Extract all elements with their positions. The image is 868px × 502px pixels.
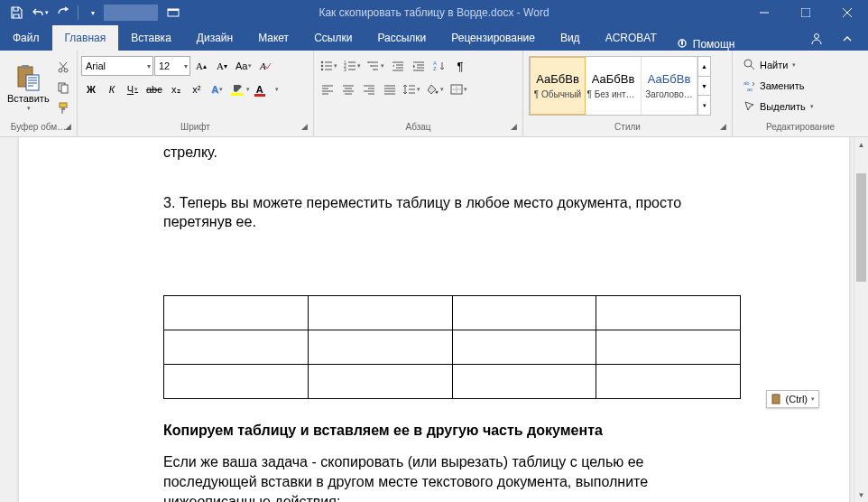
svg-point-31 xyxy=(436,91,439,94)
font-color-button[interactable]: A▾ xyxy=(254,79,282,99)
document-page[interactable]: стрелку. 3. Теперь вы можете переместить… xyxy=(19,137,849,502)
subscript-button[interactable]: x₂ xyxy=(166,79,186,99)
tab-file[interactable]: Файл xyxy=(0,25,52,51)
strikethrough-button[interactable]: abc xyxy=(143,79,165,99)
title-bar: ▾ ▾ Как скопировать таблицу в Ворде.docx… xyxy=(0,0,868,25)
tab-acrobat[interactable]: ACROBAT xyxy=(593,25,669,51)
borders-button[interactable]: ▾ xyxy=(448,79,470,99)
ribbon-display-options[interactable] xyxy=(162,0,185,25)
styles-scroll-down[interactable]: ▼ xyxy=(698,77,710,97)
select-button[interactable]: Выделить▾ xyxy=(740,97,817,116)
paste-options-button[interactable]: (Ctrl) ▾ xyxy=(766,390,819,408)
tell-me[interactable]: Помощн xyxy=(669,38,743,51)
underline-button[interactable]: Ч▾ xyxy=(123,79,143,99)
tell-me-label: Помощн xyxy=(693,38,735,51)
style-normal[interactable]: АаБбВв¶ Обычный xyxy=(530,57,586,115)
decrease-indent-button[interactable] xyxy=(388,56,408,76)
styles-dialog-launcher[interactable]: ◢ xyxy=(720,122,726,131)
group-editing-label: Редактирование xyxy=(766,122,835,132)
tab-layout[interactable]: Макет xyxy=(245,25,301,51)
paste-label: Вставить xyxy=(7,93,50,104)
clipboard-dialog-launcher[interactable]: ◢ xyxy=(65,122,71,131)
justify-button[interactable] xyxy=(380,79,400,99)
line-spacing-button[interactable]: ▾ xyxy=(401,79,423,99)
font-dialog-launcher[interactable]: ◢ xyxy=(301,122,308,131)
sort-button[interactable]: AZ xyxy=(429,56,449,76)
style-no-spacing[interactable]: АаБбВв¶ Без инте… xyxy=(586,57,642,115)
undo-button[interactable]: ▾ xyxy=(29,2,51,23)
quick-access-toolbar: ▾ ▾ xyxy=(0,2,104,23)
show-marks-button[interactable]: ¶ xyxy=(450,56,470,76)
superscript-button[interactable]: x² xyxy=(187,79,207,99)
ribbon: Вставить ▾ Буфер обм…◢ Arial▾ 12▾ A▴ A▾ … xyxy=(0,51,868,137)
user-panel[interactable] xyxy=(104,5,158,21)
svg-rect-10 xyxy=(22,65,29,69)
shading-button[interactable]: ▾ xyxy=(424,79,447,99)
svg-text:ab: ab xyxy=(743,80,750,86)
replace-button[interactable]: abacЗаменить xyxy=(740,76,817,96)
svg-rect-7 xyxy=(681,41,683,45)
tab-mailings[interactable]: Рассылки xyxy=(365,25,439,51)
scroll-down-button[interactable]: ▼ xyxy=(854,488,868,502)
styles-expand[interactable]: ▾ xyxy=(698,96,710,115)
group-paragraph-label: Абзац xyxy=(405,122,430,132)
tab-view[interactable]: Вид xyxy=(548,25,593,51)
scroll-thumb[interactable] xyxy=(856,173,866,282)
styles-gallery-scroll: ▲ ▼ ▾ xyxy=(697,57,710,115)
svg-point-26 xyxy=(367,61,369,63)
share-button[interactable] xyxy=(803,27,830,51)
align-right-button[interactable] xyxy=(359,79,379,99)
clear-formatting-button[interactable]: A xyxy=(255,56,275,76)
redo-button[interactable] xyxy=(52,2,74,23)
tab-design[interactable]: Дизайн xyxy=(184,25,245,51)
window-title: Как скопировать таблицу в Ворде.docx - W… xyxy=(319,6,549,19)
svg-text:Z: Z xyxy=(433,66,437,71)
qat-customize[interactable]: ▾ xyxy=(82,2,104,23)
paste-button[interactable]: Вставить ▾ xyxy=(4,53,53,122)
increase-indent-button[interactable] xyxy=(409,56,429,76)
document-area: стрелку. 3. Теперь вы можете переместить… xyxy=(0,137,868,502)
doc-heading: Копируем таблицу и вставляем ее в другую… xyxy=(163,421,705,441)
numbering-button[interactable]: 123▾ xyxy=(341,56,364,76)
italic-button[interactable]: К xyxy=(102,79,122,99)
font-name-combo[interactable]: Arial▾ xyxy=(81,56,153,76)
align-left-button[interactable] xyxy=(318,79,337,99)
tab-review[interactable]: Рецензирование xyxy=(439,25,548,51)
svg-point-21 xyxy=(321,65,323,67)
multilevel-list-button[interactable]: ▾ xyxy=(365,56,387,76)
tab-insert[interactable]: Вставка xyxy=(118,25,184,51)
close-button[interactable] xyxy=(826,0,868,25)
tab-references[interactable]: Ссылки xyxy=(301,25,365,51)
vertical-scrollbar[interactable]: ▲ ▼ xyxy=(854,137,868,502)
svg-point-27 xyxy=(370,65,372,67)
copy-button[interactable] xyxy=(53,78,73,98)
style-heading1[interactable]: АаБбВвЗаголово… xyxy=(642,57,697,115)
group-styles-label: Стили xyxy=(614,122,641,132)
collapse-ribbon[interactable] xyxy=(834,27,861,51)
align-center-button[interactable] xyxy=(338,79,358,99)
find-button[interactable]: Найти▾ xyxy=(740,55,817,75)
minimize-button[interactable] xyxy=(743,0,785,25)
bullets-button[interactable]: ▾ xyxy=(318,56,340,76)
doc-table[interactable] xyxy=(163,295,741,399)
tab-home[interactable]: Главная xyxy=(52,25,119,51)
text-effects-button[interactable]: A▾ xyxy=(208,79,227,99)
maximize-button[interactable] xyxy=(785,0,826,25)
group-paragraph: ▾ 123▾ ▾ AZ ¶ ▾ ▾ ▾ Абзац◢ xyxy=(314,51,523,136)
save-button[interactable] xyxy=(5,2,27,23)
table-row xyxy=(164,295,741,330)
paragraph-dialog-launcher[interactable]: ◢ xyxy=(511,122,517,131)
svg-rect-16 xyxy=(60,103,67,107)
svg-point-13 xyxy=(64,69,68,72)
format-painter-button[interactable] xyxy=(53,98,73,118)
svg-rect-17 xyxy=(61,107,65,110)
grow-font-button[interactable]: A▴ xyxy=(191,56,211,76)
font-size-combo[interactable]: 12▾ xyxy=(154,56,190,76)
highlight-button[interactable]: ▾ xyxy=(228,79,253,99)
bold-button[interactable]: Ж xyxy=(81,79,101,99)
change-case-button[interactable]: Aa▾ xyxy=(233,56,254,76)
shrink-font-button[interactable]: A▾ xyxy=(212,56,232,76)
cut-button[interactable] xyxy=(53,57,73,77)
styles-scroll-up[interactable]: ▲ xyxy=(698,57,710,77)
scroll-up-button[interactable]: ▲ xyxy=(854,137,868,152)
